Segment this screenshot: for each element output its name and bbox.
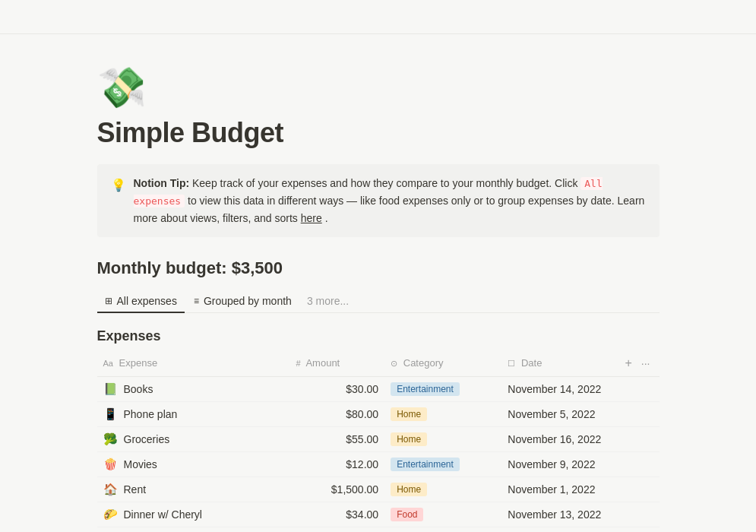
row-actions <box>615 477 659 502</box>
expense-name-text: Groceries <box>124 433 170 445</box>
expense-emoji: 📗 <box>103 382 118 396</box>
date-col-icon: ☐ <box>508 359 515 368</box>
date-cell: November 14, 2022 <box>501 376 615 401</box>
tab-grouped-label: Grouped by month <box>204 295 292 307</box>
date-cell: November 13, 2022 <box>501 502 615 527</box>
category-cell: Home <box>384 477 501 502</box>
category-cell: Home <box>384 401 501 426</box>
table-title: Expenses <box>97 328 660 344</box>
expense-emoji: 🏠 <box>103 483 118 496</box>
tab-grouped-icon: ≡ <box>194 296 199 306</box>
tip-bold: Notion Tip: <box>134 177 190 189</box>
col-header-date: ☐ Date <box>501 353 615 377</box>
tip-box: 💡 Notion Tip: Keep track of your expense… <box>97 164 660 237</box>
expense-name-text: Rent <box>124 483 147 496</box>
page-icon: 💸 <box>97 65 660 111</box>
expense-name-text: Books <box>124 383 153 395</box>
category-badge: Home <box>391 432 427 446</box>
tab-grouped-by-month[interactable]: ≡ Grouped by month <box>186 290 299 313</box>
tab-all-expenses[interactable]: ⊞ All expenses <box>97 290 185 313</box>
table-row[interactable]: 🥪 Lunch w/ Dad $25.00 Food November 8, 2… <box>97 527 660 532</box>
table-section: Expenses Aa Expense # Amount ⊙ Category <box>97 328 660 532</box>
expense-cell: 🍿 Movies <box>97 451 290 477</box>
category-cell: Food <box>384 527 501 532</box>
expense-cell: 🥪 Lunch w/ Dad <box>97 527 290 532</box>
row-actions <box>615 502 659 527</box>
category-badge: Home <box>391 483 427 496</box>
amount-cell: $1,500.00 <box>289 477 384 502</box>
category-badge: Entertainment <box>391 382 460 396</box>
row-actions <box>615 451 659 477</box>
category-col-icon: ⊙ <box>391 359 397 368</box>
row-actions <box>615 401 659 426</box>
expense-cell: 📱 Phone plan <box>97 401 290 426</box>
category-badge: Entertainment <box>391 458 460 471</box>
amount-col-icon: # <box>296 359 300 368</box>
category-badge: Food <box>391 508 423 521</box>
category-cell: Entertainment <box>384 451 501 477</box>
table-row[interactable]: 🍿 Movies $12.00 Entertainment November 9… <box>97 451 660 477</box>
table-row[interactable]: 🥦 Groceries $55.00 Home November 16, 202… <box>97 426 660 451</box>
date-cell: November 16, 2022 <box>501 426 615 451</box>
expense-col-icon: Aa <box>103 359 113 368</box>
table-row[interactable]: 📗 Books $30.00 Entertainment November 14… <box>97 376 660 401</box>
tip-lightbulb-icon: 💡 <box>111 176 126 226</box>
tab-all-expenses-label: All expenses <box>117 295 177 307</box>
amount-col-label: Amount <box>305 357 340 369</box>
date-col-label: Date <box>521 357 542 369</box>
expense-emoji: 🍿 <box>103 458 118 471</box>
more-tabs[interactable]: 3 more... <box>301 290 355 312</box>
row-actions <box>615 527 659 532</box>
expense-cell: 🌮 Dinner w/ Cheryl <box>97 502 290 527</box>
col-header-category: ⊙ Category <box>384 353 501 377</box>
expense-name-text: Dinner w/ Cheryl <box>124 508 202 521</box>
category-badge: Home <box>391 407 427 421</box>
row-actions <box>615 376 659 401</box>
row-actions <box>615 426 659 451</box>
expense-cell: 📗 Books <box>97 376 290 401</box>
date-cell: November 1, 2022 <box>501 477 615 502</box>
content-area: 💸 Simple Budget 💡 Notion Tip: Keep track… <box>52 34 705 532</box>
expenses-table: Aa Expense # Amount ⊙ Category ☐ Date <box>97 353 660 532</box>
expense-cell: 🥦 Groceries <box>97 426 290 451</box>
expense-cell: 🏠 Rent <box>97 477 290 502</box>
tip-link[interactable]: here <box>301 212 322 224</box>
top-bar <box>0 0 756 34</box>
view-tabs: ⊞ All expenses ≡ Grouped by month 3 more… <box>97 290 660 313</box>
amount-cell: $80.00 <box>289 401 384 426</box>
category-cell: Home <box>384 426 501 451</box>
amount-cell: $34.00 <box>289 502 384 527</box>
table-row[interactable]: 📱 Phone plan $80.00 Home November 5, 202… <box>97 401 660 426</box>
col-header-amount: # Amount <box>289 353 384 377</box>
tip-text3: . <box>325 212 328 224</box>
expense-emoji: 📱 <box>103 407 118 421</box>
more-options-button[interactable]: ··· <box>638 357 653 369</box>
date-cell: November 5, 2022 <box>501 401 615 426</box>
date-cell: November 8, 2022 <box>501 527 615 532</box>
amount-cell: $25.00 <box>289 527 384 532</box>
tip-text2: to view this data in different ways — li… <box>134 195 645 224</box>
category-cell: Food <box>384 502 501 527</box>
col-header-expense: Aa Expense <box>97 353 290 377</box>
table-row[interactable]: 🏠 Rent $1,500.00 Home November 1, 2022 <box>97 477 660 502</box>
expense-name-text: Movies <box>124 458 157 470</box>
tip-text1: Keep track of your expenses and how they… <box>192 177 580 189</box>
expense-emoji: 🥦 <box>103 432 118 446</box>
page-title: Simple Budget <box>97 117 660 149</box>
table-row[interactable]: 🌮 Dinner w/ Cheryl $34.00 Food November … <box>97 502 660 527</box>
monthly-budget: Monthly budget: $3,500 <box>97 258 660 278</box>
category-col-label: Category <box>403 357 444 369</box>
amount-cell: $12.00 <box>289 451 384 477</box>
expense-emoji: 🌮 <box>103 508 118 521</box>
date-cell: November 9, 2022 <box>501 451 615 477</box>
add-column-button[interactable]: + <box>622 356 634 370</box>
amount-cell: $30.00 <box>289 376 384 401</box>
col-header-actions: + ··· <box>615 353 659 377</box>
expense-col-label: Expense <box>119 357 158 369</box>
amount-cell: $55.00 <box>289 426 384 451</box>
expense-name-text: Phone plan <box>124 408 178 420</box>
category-cell: Entertainment <box>384 376 501 401</box>
tab-all-expenses-icon: ⊞ <box>105 296 112 306</box>
tip-content: Notion Tip: Keep track of your expenses … <box>134 175 646 226</box>
